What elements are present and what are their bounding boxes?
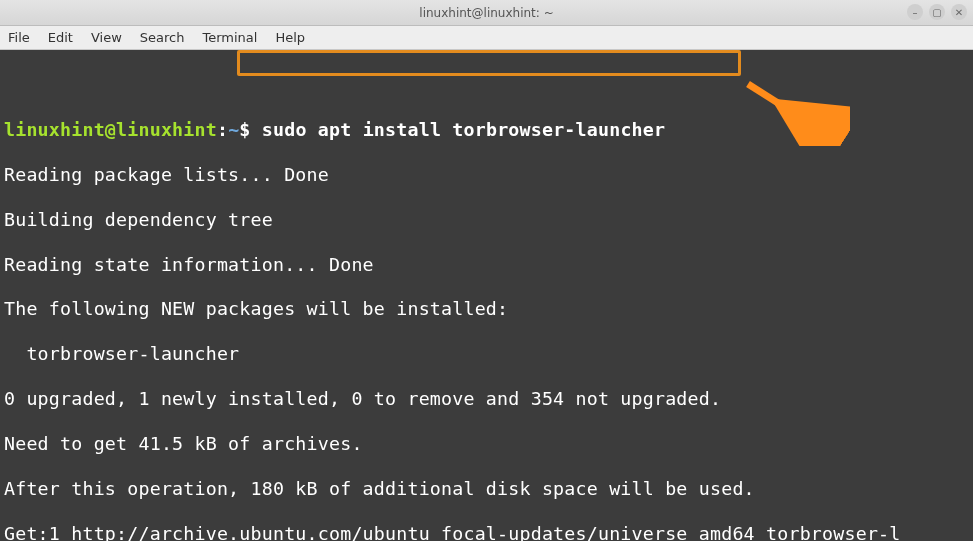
prompt-sigil: $ [239,119,250,140]
output-line: The following NEW packages will be insta… [4,298,969,320]
prompt-sep: : [217,119,228,140]
menu-view[interactable]: View [91,30,122,45]
menu-help[interactable]: Help [275,30,305,45]
menu-terminal[interactable]: Terminal [202,30,257,45]
prompt-path: ~ [228,119,239,140]
menu-file[interactable]: File [8,30,30,45]
window-titlebar: linuxhint@linuxhint: ~ – ▢ ✕ [0,0,973,26]
close-button[interactable]: ✕ [951,4,967,20]
window-title: linuxhint@linuxhint: ~ [419,6,553,20]
output-line: Building dependency tree [4,209,969,231]
prompt-line: linuxhint@linuxhint:~$ sudo apt install … [4,119,969,141]
output-line: After this operation, 180 kB of addition… [4,478,969,500]
output-line: Get:1 http://archive.ubuntu.com/ubuntu f… [4,523,969,541]
menubar: File Edit View Search Terminal Help [0,26,973,50]
entered-command: sudo apt install torbrowser-launcher [262,119,665,140]
terminal-output[interactable]: linuxhint@linuxhint:~$ sudo apt install … [0,50,973,541]
output-line: Reading state information... Done [4,254,969,276]
prompt-userhost: linuxhint@linuxhint [4,119,217,140]
menu-edit[interactable]: Edit [48,30,73,45]
menu-search[interactable]: Search [140,30,185,45]
output-line: torbrowser-launcher [4,343,969,365]
command-highlight-box [237,50,741,76]
output-line: Reading package lists... Done [4,164,969,186]
maximize-button[interactable]: ▢ [929,4,945,20]
window-controls: – ▢ ✕ [907,4,967,20]
output-line: 0 upgraded, 1 newly installed, 0 to remo… [4,388,969,410]
minimize-button[interactable]: – [907,4,923,20]
output-line: Need to get 41.5 kB of archives. [4,433,969,455]
